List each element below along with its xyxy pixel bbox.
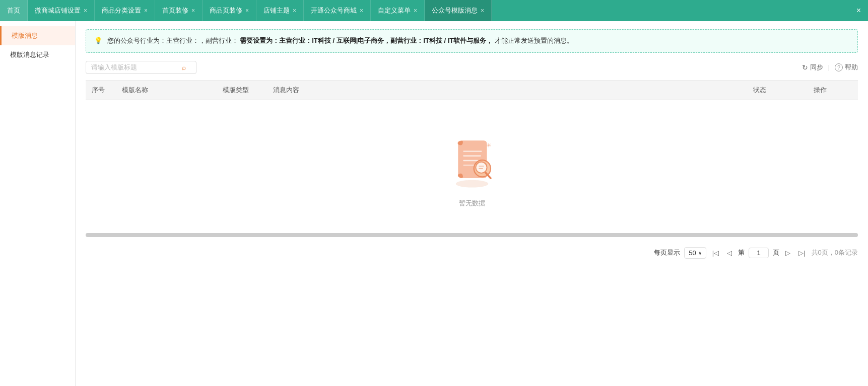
close-tab-shop-setting[interactable]: × (84, 7, 87, 14)
last-page-button[interactable]: ▷| (796, 248, 807, 258)
close-tab-shop-theme[interactable]: × (293, 7, 296, 14)
tab-home-decor[interactable]: 首页装修 × (155, 0, 203, 21)
close-all-tabs-button[interactable]: × (849, 6, 868, 15)
page-size-label: 每页显示 (654, 248, 680, 257)
sidebar-item-template-msg[interactable]: 模版消息 (0, 26, 75, 45)
tab-home[interactable]: 首页 (0, 0, 28, 21)
tab-product-decor[interactable]: 商品页装修 × (203, 0, 256, 21)
help-button[interactable]: ? 帮助 (835, 63, 858, 72)
close-tab-open-mall[interactable]: × (360, 7, 363, 14)
prev-page-button[interactable]: ◁ (725, 248, 734, 258)
empty-state: 暂无数据 (86, 100, 858, 228)
main-layout: 模版消息 模版消息记录 💡 您的公众号行业为：主营行业：，副营行业： 需要设置为… (0, 21, 868, 386)
next-page-button[interactable]: ▷ (783, 248, 792, 258)
close-tab-home-decor[interactable]: × (191, 7, 195, 14)
help-label: 帮助 (845, 63, 858, 72)
page-label: 页 (773, 248, 779, 257)
tab-shop-theme-label: 店铺主题 (263, 6, 290, 15)
notice-icon: 💡 (94, 37, 102, 44)
notice-text-prefix: 您的公众号行业为：主营行业：，副营行业： (107, 37, 238, 44)
tab-shop-setting-label: 微商城店铺设置 (35, 6, 81, 15)
help-icon: ? (835, 63, 843, 71)
tab-template-msg-label: 公众号模版消息 (432, 6, 478, 15)
tab-custom-menu-label: 自定义菜单 (378, 6, 411, 15)
tab-category-setting[interactable]: 商品分类设置 × (95, 0, 155, 21)
sidebar-item-template-msg-record-label: 模版消息记录 (10, 51, 49, 58)
notice-box: 💡 您的公众号行业为：主营行业：，副营行业： 需要设置为：主营行业：IT科技 /… (86, 29, 858, 53)
chevron-down-icon: ∨ (698, 250, 702, 256)
sync-icon: ↻ (802, 63, 808, 71)
close-tab-custom-menu[interactable]: × (414, 7, 417, 14)
notice-highlight: 需要设置为：主营行业：IT科技 / 互联网|电子商务，副营行业：IT科技 / I… (240, 37, 493, 44)
tab-category-setting-label: 商品分类设置 (102, 6, 141, 15)
tab-home-decor-label: 首页装修 (162, 6, 188, 15)
tab-open-mall-label: 开通公众号商城 (311, 6, 357, 15)
search-icon[interactable]: ⌕ (182, 63, 186, 71)
page-size-select[interactable]: 50 ∨ (684, 247, 706, 259)
current-page-input[interactable] (749, 248, 769, 258)
sync-label: 同步 (810, 63, 823, 72)
empty-illustration (442, 130, 502, 191)
col-seq: 序号 (86, 80, 116, 100)
tab-open-mall[interactable]: 开通公众号商城 × (304, 0, 371, 21)
tab-shop-setting[interactable]: 微商城店铺设置 × (28, 0, 95, 21)
col-action: 操作 (808, 80, 858, 100)
empty-text: 暂无数据 (459, 199, 485, 208)
close-tab-category-setting[interactable]: × (144, 7, 148, 14)
horizontal-scrollbar[interactable] (86, 233, 858, 237)
tab-template-msg[interactable]: 公众号模版消息 × (425, 0, 492, 21)
tab-product-decor-label: 商品页装修 (210, 6, 242, 15)
col-type: 模版类型 (217, 80, 267, 100)
tab-custom-menu[interactable]: 自定义菜单 × (371, 0, 425, 21)
search-bar: ⌕ ↻ 同步 | ? 帮助 (86, 61, 858, 74)
top-nav: 首页 微商城店铺设置 × 商品分类设置 × 首页装修 × 商品页装修 × 店铺主… (0, 0, 868, 21)
close-tab-product-decor[interactable]: × (245, 7, 249, 14)
content-area: 💡 您的公众号行业为：主营行业：，副营行业： 需要设置为：主营行业：IT科技 /… (76, 21, 868, 386)
close-tab-template-msg[interactable]: × (481, 7, 484, 14)
tab-shop-theme[interactable]: 店铺主题 × (256, 0, 304, 21)
svg-point-0 (455, 180, 488, 188)
svg-point-6 (476, 162, 487, 173)
notice-text-suffix: 才能正常发送预置的消息。 (495, 37, 573, 44)
pagination: 每页显示 50 ∨ |◁ ◁ 第 页 ▷ ▷| 共0页，0条记录 (86, 242, 858, 264)
page-prefix: 第 (738, 248, 745, 257)
data-table: 序号 模版名称 模版类型 消息内容 状态 操作 (86, 80, 858, 100)
search-input[interactable] (91, 63, 182, 71)
col-content: 消息内容 (267, 80, 747, 100)
search-input-wrap[interactable]: ⌕ (86, 61, 196, 74)
first-page-button[interactable]: |◁ (710, 248, 721, 258)
page-size-value: 50 (689, 249, 696, 257)
col-name: 模版名称 (116, 80, 217, 100)
col-status: 状态 (747, 80, 808, 100)
toolbar-right: ↻ 同步 | ? 帮助 (802, 63, 858, 72)
scrollbar-thumb[interactable] (86, 233, 858, 237)
toolbar-divider: | (828, 63, 830, 71)
sidebar-item-template-msg-label: 模版消息 (12, 32, 38, 39)
total-info: 共0页，0条记录 (812, 248, 858, 257)
sidebar: 模版消息 模版消息记录 (0, 21, 76, 386)
sync-button[interactable]: ↻ 同步 (802, 63, 823, 72)
sidebar-item-template-msg-record[interactable]: 模版消息记录 (0, 45, 75, 64)
tab-home-label: 首页 (7, 6, 20, 15)
